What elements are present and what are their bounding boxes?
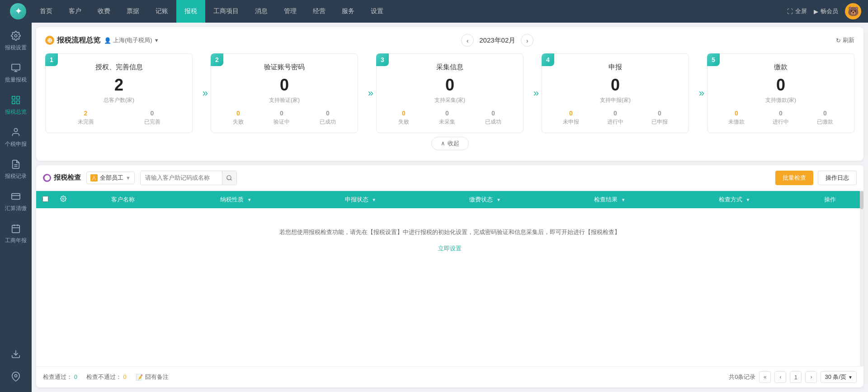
card-title-area: ⊕ 报税流程总览 👤 上海(电子税局) ▼ bbox=[45, 36, 159, 45]
nav-tax[interactable]: 报税 bbox=[176, 0, 205, 23]
svg-rect-9 bbox=[12, 194, 20, 200]
th-tax-type[interactable]: 纳税性质 ▼ bbox=[174, 191, 298, 208]
nav-items-container: 首页 客户 收费 票据 记账 报税 工商项目 消息 管理 经营 服务 设置 bbox=[32, 0, 787, 23]
tax-check-card: ⬤ 报税检查 人 全部员工 ▼ 批量检查 bbox=[36, 165, 863, 387]
prev-page-button[interactable]: ‹ bbox=[774, 371, 786, 383]
setup-link[interactable]: 立即设置 bbox=[54, 243, 845, 254]
avatar[interactable]: 🐻 bbox=[845, 3, 861, 19]
card-header: ⊕ 报税流程总览 👤 上海(电子税局) ▼ ‹ 2023年02月 › ↻ bbox=[45, 34, 854, 47]
settlement-icon bbox=[9, 190, 22, 203]
download-icon bbox=[9, 348, 22, 360]
search-box bbox=[140, 171, 237, 185]
header-actions: 批量检查 操作日志 bbox=[775, 171, 857, 185]
flow-step-5: 5 缴款 0 支持缴款(家) 0 未缴款 0 进行中 bbox=[707, 53, 854, 133]
stat-inprogress-4: 0 进行中 bbox=[607, 110, 623, 126]
sidebar-item-tax-records[interactable]: 报税记录 bbox=[1, 153, 31, 185]
sidebar-bottom bbox=[1, 343, 31, 392]
th-check-result[interactable]: 检查结果 ▼ bbox=[547, 191, 672, 208]
prev-month-button[interactable]: ‹ bbox=[461, 34, 474, 47]
refresh-button[interactable]: ↻ 刷新 bbox=[836, 36, 854, 44]
sidebar-item-settlement[interactable]: 汇算清缴 bbox=[1, 186, 31, 217]
failed-count[interactable]: 0 bbox=[123, 373, 126, 380]
membership-button[interactable]: ▶ 畅会员 bbox=[814, 7, 838, 15]
sidebar-item-personal-tax[interactable]: 个税申报 bbox=[1, 121, 31, 153]
step-count-5: 0 bbox=[714, 76, 847, 94]
svg-point-18 bbox=[62, 198, 64, 200]
svg-rect-11 bbox=[12, 225, 20, 233]
svg-point-0 bbox=[14, 34, 17, 37]
step-stats-5: 0 未缴款 0 进行中 0 已缴款 bbox=[714, 110, 847, 126]
nav-service[interactable]: 服务 bbox=[334, 0, 363, 23]
step-count-2: 0 bbox=[218, 76, 351, 94]
failed-stat: 检查不通过： 0 bbox=[86, 373, 127, 381]
table-body: 若您想使用报税检查功能，请先在【报税设置】中进行报税的初始化设置，完成密码验证和… bbox=[36, 208, 863, 272]
filter-icon-method: ▼ bbox=[745, 197, 750, 202]
fullscreen-button[interactable]: ⛶ 全屏 bbox=[787, 7, 807, 15]
nav-accounting[interactable]: 记账 bbox=[147, 0, 176, 23]
collapse-button[interactable]: ∧ 收起 bbox=[431, 137, 469, 150]
stat-label-incomplete: 未完善 bbox=[78, 118, 94, 126]
step-num-4: 4 bbox=[542, 53, 554, 66]
footer-note: 📝 囧有备注 bbox=[136, 373, 169, 381]
sidebar-item-batch-tax[interactable]: 批量报税 bbox=[1, 57, 31, 88]
per-page-selector[interactable]: 30 条/页 ▼ bbox=[821, 371, 857, 383]
search-input[interactable] bbox=[141, 172, 222, 183]
th-declare-status[interactable]: 申报状态 ▼ bbox=[298, 191, 423, 208]
sidebar-item-download[interactable] bbox=[1, 343, 31, 365]
batch-check-button[interactable]: 批量检查 bbox=[775, 171, 813, 185]
location-person-icon: 👤 bbox=[104, 37, 111, 44]
table-footer: 检查通过： 0 检查不通过： 0 📝 囧有备注 共0条记录 « ‹ bbox=[36, 366, 863, 387]
per-page-chevron-icon: ▼ bbox=[848, 375, 853, 380]
nav-messages[interactable]: 消息 bbox=[247, 0, 276, 23]
nav-customers[interactable]: 客户 bbox=[61, 0, 90, 23]
employee-icon: 人 bbox=[90, 174, 98, 182]
first-page-button[interactable]: « bbox=[759, 371, 771, 383]
th-fee-status[interactable]: 缴费状态 ▼ bbox=[423, 191, 547, 208]
nav-business[interactable]: 工商项目 bbox=[205, 0, 247, 23]
svg-rect-1 bbox=[12, 64, 20, 70]
sidebar-item-tax-overview[interactable]: 报税总览 bbox=[1, 89, 31, 120]
th-check-method[interactable]: 检查方式 ▼ bbox=[672, 191, 797, 208]
annual-report-icon bbox=[9, 222, 22, 235]
location-tag[interactable]: 👤 上海(电子税局) ▼ bbox=[104, 36, 159, 44]
step-count-4: 0 bbox=[549, 76, 682, 94]
scroll-thumb bbox=[860, 191, 863, 209]
step-title-5: 缴款 bbox=[714, 63, 847, 72]
nav-bills[interactable]: 票据 bbox=[118, 0, 147, 23]
sidebar-item-tax-settings[interactable]: 报税设置 bbox=[1, 25, 31, 56]
table-header-row: 客户名称 纳税性质 ▼ 申报状态 ▼ 缴费状态 ▼ bbox=[36, 191, 863, 208]
step-arrow-3: » bbox=[533, 87, 539, 99]
search-button[interactable] bbox=[222, 171, 236, 185]
table-scrollbar[interactable] bbox=[860, 191, 863, 366]
nav-fees[interactable]: 收费 bbox=[90, 0, 118, 23]
svg-point-16 bbox=[14, 374, 17, 377]
step-subtitle-1: 总客户数(家) bbox=[52, 96, 185, 104]
th-customer-name: 客户名称 bbox=[72, 191, 174, 208]
step-num-3: 3 bbox=[376, 53, 389, 66]
step-arrow-4: » bbox=[699, 87, 704, 99]
flow-step-2: 2 » 验证账号密码 0 支持验证(家) 0 失败 0 验证中 bbox=[211, 53, 358, 133]
next-month-button[interactable]: › bbox=[521, 34, 533, 47]
operation-log-button[interactable]: 操作日志 bbox=[818, 171, 857, 185]
step-subtitle-3: 支持采集(家) bbox=[383, 96, 516, 104]
right-tools: ⛶ 全屏 ▶ 畅会员 🐻 bbox=[787, 3, 868, 19]
nav-home[interactable]: 首页 bbox=[32, 0, 61, 23]
stat-failed-2: 0 失败 bbox=[233, 110, 244, 126]
step-subtitle-4: 支持申报(家) bbox=[549, 96, 682, 104]
sidebar-item-annual-report[interactable]: 工商年报 bbox=[1, 218, 31, 249]
stat-complete: 0 已完善 bbox=[144, 110, 160, 126]
select-all-checkbox[interactable] bbox=[42, 196, 48, 202]
tax-settings-icon bbox=[9, 29, 22, 42]
content-area: ⊕ 报税流程总览 👤 上海(电子税局) ▼ ‹ 2023年02月 › ↻ bbox=[32, 23, 868, 392]
passed-count[interactable]: 0 bbox=[74, 373, 77, 380]
employee-selector[interactable]: 人 全部员工 ▼ bbox=[86, 172, 135, 184]
nav-settings[interactable]: 设置 bbox=[363, 0, 392, 23]
nav-management[interactable]: 管理 bbox=[276, 0, 305, 23]
step-num-2: 2 bbox=[211, 53, 223, 66]
sidebar-item-location[interactable] bbox=[1, 366, 31, 387]
nav-operations[interactable]: 经营 bbox=[305, 0, 334, 23]
stat-incomplete: 2 未完善 bbox=[78, 110, 94, 126]
main-layout: 报税设置 批量报税 报税总览 个税申报 bbox=[0, 23, 868, 392]
filter-icon-fee: ▼ bbox=[496, 197, 501, 202]
next-page-button[interactable]: › bbox=[805, 371, 817, 383]
